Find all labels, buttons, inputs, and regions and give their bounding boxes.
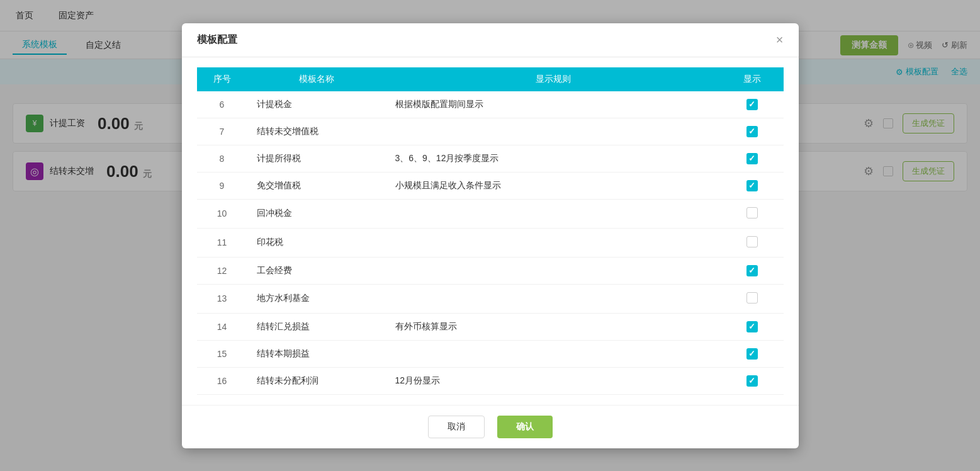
table-header-row: 序号 模板名称 显示规则 显示 [197,67,784,91]
cell-rule: 有外币核算显示 [386,313,721,340]
checkbox-10[interactable] [746,207,758,218]
cell-name: 结转未分配利润 [247,367,386,394]
cell-rule [386,340,721,367]
cell-checkbox [721,257,784,284]
cell-rule: 根据模版配置期间显示 [386,91,721,118]
checkbox-15[interactable] [746,348,758,360]
cell-name: 回冲税金 [247,199,386,228]
table-row: 15结转本期损益 [197,340,784,367]
checkbox-8[interactable] [746,153,758,164]
table-row: 11印花税 [197,228,784,257]
cell-rule: 小规模且满足收入条件显示 [386,172,721,199]
cell-seq: 12 [197,257,247,284]
table-row: 6计提税金根据模版配置期间显示 [197,91,784,118]
cell-rule: 3、6、9、12月按季度显示 [386,145,721,172]
table-row: 8计提所得税3、6、9、12月按季度显示 [197,145,784,172]
cell-rule: 12月份显示 [386,367,721,394]
col-rule: 显示规则 [386,67,721,91]
cell-seq: 13 [197,284,247,313]
col-display: 显示 [721,67,784,91]
modal-footer: 取消 确认 [182,405,799,448]
cell-name: 地方水利基金 [247,284,386,313]
cell-checkbox [721,145,784,172]
cell-checkbox [721,340,784,367]
cell-checkbox [721,228,784,257]
cell-name: 计提税金 [247,91,386,118]
config-table: 序号 模板名称 显示规则 显示 6计提税金根据模版配置期间显示7结转未交增值税8… [197,67,784,395]
cell-seq: 6 [197,91,247,118]
checkbox-7[interactable] [746,126,758,137]
table-row: 10回冲税金 [197,199,784,228]
cell-checkbox [721,172,784,199]
table-row: 9免交增值税小规模且满足收入条件显示 [197,172,784,199]
cell-rule [386,257,721,284]
col-name: 模板名称 [247,67,386,91]
cell-checkbox [721,91,784,118]
cell-checkbox [721,313,784,340]
table-row: 7结转未交增值税 [197,118,784,145]
modal-title: 模板配置 [197,33,237,47]
table-row: 13地方水利基金 [197,284,784,313]
cell-seq: 16 [197,367,247,394]
modal-header: 模板配置 × [182,23,799,57]
checkbox-13[interactable] [746,292,758,304]
modal-overlay: 模板配置 × 序号 模板名称 显示规则 显示 6计提税金根据模版配置期间显 [0,0,980,471]
cell-seq: 8 [197,145,247,172]
cell-rule [386,228,721,257]
modal-dialog: 模板配置 × 序号 模板名称 显示规则 显示 6计提税金根据模版配置期间显 [182,23,799,448]
cell-seq: 11 [197,228,247,257]
cell-name: 工会经费 [247,257,386,284]
table-row: 12工会经费 [197,257,784,284]
cell-name: 结转未交增值税 [247,118,386,145]
cell-rule [386,199,721,228]
checkbox-6[interactable] [746,99,758,110]
cell-seq: 15 [197,340,247,367]
col-seq: 序号 [197,67,247,91]
confirm-button[interactable]: 确认 [497,416,553,438]
table-row: 16结转未分配利润12月份显示 [197,367,784,394]
cell-rule [386,118,721,145]
checkbox-11[interactable] [746,236,758,247]
cell-name: 免交增值税 [247,172,386,199]
checkbox-16[interactable] [746,375,758,387]
cell-seq: 14 [197,313,247,340]
cell-checkbox [721,199,784,228]
cell-rule [386,284,721,313]
cell-seq: 7 [197,118,247,145]
checkbox-12[interactable] [746,265,758,276]
cell-name: 结转本期损益 [247,340,386,367]
table-scroll-container[interactable]: 序号 模板名称 显示规则 显示 6计提税金根据模版配置期间显示7结转未交增值税8… [197,67,784,395]
cell-seq: 10 [197,199,247,228]
cancel-button[interactable]: 取消 [428,416,485,438]
cell-name: 印花税 [247,228,386,257]
checkbox-9[interactable] [746,180,758,191]
cell-checkbox [721,284,784,313]
cell-name: 计提所得税 [247,145,386,172]
cell-checkbox [721,118,784,145]
cell-seq: 9 [197,172,247,199]
table-row: 14结转汇兑损益有外币核算显示 [197,313,784,340]
cell-name: 结转汇兑损益 [247,313,386,340]
modal-body: 序号 模板名称 显示规则 显示 6计提税金根据模版配置期间显示7结转未交增值税8… [182,57,799,405]
checkbox-14[interactable] [746,321,758,332]
cell-checkbox [721,367,784,394]
modal-close-button[interactable]: × [776,33,784,46]
table-body: 6计提税金根据模版配置期间显示7结转未交增值税8计提所得税3、6、9、12月按季… [197,91,784,395]
